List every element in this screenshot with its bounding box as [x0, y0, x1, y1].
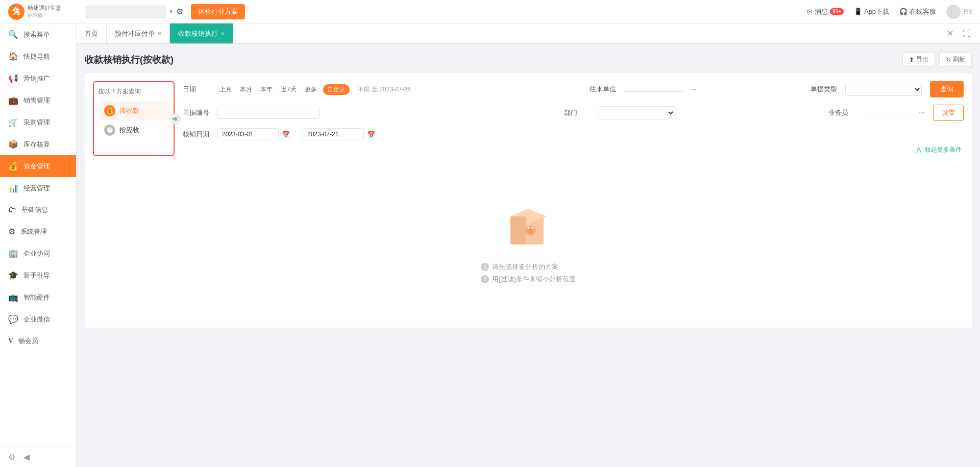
sidebar-item-operations[interactable]: 📊 经营管理	[0, 177, 76, 199]
main-content: 首页 预付冲应付单 × 收款核销执行 × ✕ ⛶ 收款核销执行(按收款)	[77, 23, 980, 467]
content-area: 收款核销执行(按收款) ⬆ 导出 ↻ 刷新 按以下	[77, 44, 980, 467]
query-button[interactable]: 查询	[930, 81, 964, 97]
left-filter-collapse-button[interactable]: ≪	[169, 113, 181, 125]
sidebar-item-finance[interactable]: 💰 资金管理	[0, 155, 76, 177]
search-dropdown-icon[interactable]: ▾	[169, 8, 173, 15]
guide-icon: 🎓	[8, 271, 18, 280]
refresh-icon: ↻	[946, 56, 951, 63]
logo-text-block: 畅捷通好生意 标准版	[28, 4, 61, 18]
date-custom[interactable]: 自定义	[323, 84, 350, 95]
voucher-no-label: 单据编号	[183, 108, 213, 117]
tab-writeoff[interactable]: 收款核销执行 ×	[170, 23, 233, 43]
sidebar-item-system[interactable]: ⚙ 系统管理	[0, 220, 76, 242]
date-range-sep: —	[293, 131, 300, 138]
export-button[interactable]: ⬆ 导出	[902, 52, 935, 67]
sidebar-item-wechat[interactable]: 💬 企业微信	[0, 308, 76, 330]
marketing-icon: 📢	[8, 73, 18, 83]
writeoff-date-start[interactable]	[217, 128, 279, 140]
hint-text-2: 用[过滤]条件来缩小分析范围	[492, 275, 575, 284]
date-last-month[interactable]: 上月	[217, 84, 234, 95]
collapse-more-label: 收起更多条件	[925, 146, 962, 153]
app-download-action[interactable]: 📱 App下载	[854, 7, 889, 16]
logo-area: 兔 畅捷通好生意 标准版	[8, 4, 85, 20]
tab-home[interactable]: 首页	[77, 23, 107, 43]
staff-label: 业务员	[828, 108, 859, 117]
sidebar-settings-icon[interactable]: ⚙	[8, 452, 15, 462]
mobile-icon: 📱	[854, 8, 862, 15]
sidebar-collapse-icon[interactable]: ◀	[23, 452, 30, 462]
sidebar: 🔍 搜索菜单 🏠 快捷导航 📢 营销推广 💼 销售管理 🛒 采购管理 📦 库存核…	[0, 23, 77, 467]
settings-button[interactable]: 设置	[933, 105, 964, 121]
page-header-actions: ⬆ 导出 ↻ 刷新	[902, 52, 972, 67]
message-icon: ✉	[807, 8, 813, 15]
sidebar-label-hardware: 智能硬件	[23, 293, 50, 302]
sales-icon: 💼	[8, 95, 18, 105]
calendar-end-icon[interactable]: 📅	[367, 131, 375, 138]
partner-dots[interactable]: ···	[690, 85, 696, 94]
sidebar-label-quick-nav: 快捷导航	[23, 52, 50, 61]
sidebar-label-search: 搜索菜单	[23, 30, 50, 39]
sidebar-item-enterprise[interactable]: 🏢 企业协同	[0, 242, 76, 264]
date-label: 日期	[183, 85, 213, 94]
tab-close-all-button[interactable]: ✕	[944, 28, 957, 39]
sidebar-label-wechat: 企业微信	[23, 315, 50, 324]
app-badge: 标准版	[28, 12, 61, 19]
tab-bar: 首页 预付冲应付单 × 收款核销执行 × ✕ ⛶	[77, 23, 980, 44]
sidebar-item-purchase[interactable]: 🛒 采购管理	[0, 111, 76, 133]
app-name: 畅捷通好生意	[28, 4, 61, 11]
date-this-year[interactable]: 本年	[258, 84, 275, 95]
sidebar-item-quick-nav[interactable]: 🏠 快捷导航	[0, 45, 76, 67]
date-this-month[interactable]: 本月	[238, 84, 254, 95]
industry-solution-button[interactable]: 体验行业方案	[191, 4, 245, 19]
voucher-no-input[interactable]	[217, 107, 320, 119]
hardware-icon: 📺	[8, 292, 18, 302]
sidebar-label-enterprise: 企业协同	[23, 249, 50, 258]
date-more[interactable]: 更多	[303, 84, 319, 95]
refresh-button[interactable]: ↻ 刷新	[939, 52, 972, 67]
message-action[interactable]: ✉ 消息 99+	[807, 7, 844, 16]
filter-by-receipt[interactable]: 💰 按收款	[98, 101, 169, 120]
svg-point-8	[533, 228, 534, 229]
calendar-start-icon[interactable]: 📅	[282, 131, 290, 138]
user-area[interactable]: Rit	[946, 5, 972, 19]
dept-select[interactable]	[599, 106, 675, 119]
voucher-type-select[interactable]	[845, 83, 922, 96]
purchase-icon: 🛒	[8, 117, 18, 127]
wechat-icon: 💬	[8, 314, 18, 324]
export-label: 导出	[916, 55, 928, 64]
sidebar-item-guide[interactable]: 🎓 新手引导	[0, 264, 76, 286]
sidebar-item-sales[interactable]: 💼 销售管理	[0, 89, 76, 111]
writeoff-date-end[interactable]	[303, 128, 364, 140]
sidebar-item-hardware[interactable]: 📺 智能硬件	[0, 286, 76, 308]
tab-prepay-label: 预付冲应付单	[115, 29, 155, 38]
filter-main-row: 按以下方案查询 💰 按收款 🕐 按应收 ≪	[93, 81, 964, 156]
refresh-label: 刷新	[953, 55, 965, 64]
sidebar-item-search[interactable]: 🔍 搜索菜单	[0, 23, 76, 45]
empty-illustration	[498, 201, 559, 252]
sidebar-label-inventory: 库存核算	[23, 140, 50, 149]
sidebar-item-member[interactable]: V 畅会员	[0, 330, 76, 352]
filter-by-receivable[interactable]: 🕐 按应收	[98, 120, 169, 140]
tab-writeoff-close[interactable]: ×	[221, 30, 225, 37]
staff-dots[interactable]: ···	[918, 108, 925, 117]
sidebar-bottom: ⚙ ◀	[0, 447, 76, 467]
tab-fullscreen-button[interactable]: ⛶	[960, 28, 974, 39]
hint-text-1: 请先选择要分析的方案	[492, 262, 558, 272]
top-bar-actions: ✉ 消息 99+ 📱 App下载 🎧 在线客服 Rit	[807, 5, 972, 19]
collapse-more-button[interactable]: ⋀ 收起更多条件	[916, 146, 964, 153]
top-bar: 兔 畅捷通好生意 标准版 ··· ▾ ⚙ 体验行业方案 ✉ 消息 99+ 📱 A…	[0, 0, 980, 23]
tab-bar-right: ✕ ⛶	[944, 28, 980, 39]
export-icon: ⬆	[909, 56, 914, 63]
sidebar-item-inventory[interactable]: 📦 库存核算	[0, 133, 76, 155]
customer-service-action[interactable]: 🎧 在线客服	[899, 7, 936, 16]
settings-gear-button[interactable]: ⚙	[176, 7, 183, 16]
empty-state: 1 请先选择要分析的方案 2 用[过滤]条件来缩小分析范围	[85, 160, 972, 328]
tab-prepay-close[interactable]: ×	[158, 30, 161, 37]
date-7days[interactable]: 近7天	[279, 84, 299, 95]
sidebar-item-marketing[interactable]: 📢 营销推广	[0, 67, 76, 89]
sidebar-item-basic[interactable]: 🗂 基础信息	[0, 199, 76, 220]
voucher-type-label: 单据类型	[811, 85, 841, 94]
customer-service-label: 在线客服	[910, 7, 936, 16]
message-label: 消息	[815, 7, 828, 16]
tab-prepay[interactable]: 预付冲应付单 ×	[107, 23, 170, 43]
